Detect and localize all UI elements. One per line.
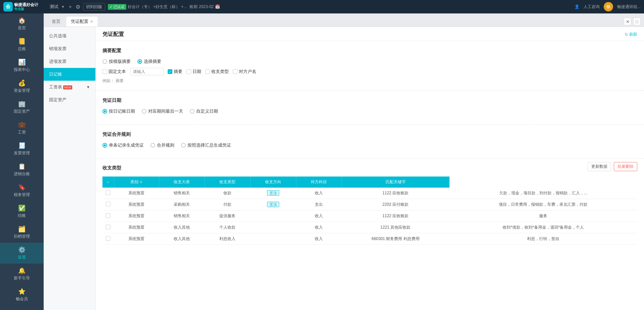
tab-bar: 首页 凭证配置 ✕ ✕ □ [44, 13, 644, 27]
left-nav-sales-invoice[interactable]: 销项发票 [44, 42, 95, 55]
sidebar-item-settings[interactable]: ⚙️ 设置 [0, 243, 44, 264]
sidebar-label-salary: 工资 [18, 129, 26, 135]
row4-cb [106, 225, 111, 229]
page-title: 凭证配置 [102, 31, 124, 38]
sidebar-item-member[interactable]: ⭐ 畅会员 [0, 284, 44, 305]
row2-dir-label: 支出 [296, 199, 342, 210]
refresh-button[interactable]: ↻ 刷新 [625, 32, 637, 37]
left-nav-salary-sheet[interactable]: 工资表NEW ▼ [44, 81, 95, 93]
row3-type: 提供服务 [205, 210, 250, 222]
date-section: 凭证日期 按日记账日期 对应期间最后一天 自定义日期 [96, 91, 644, 125]
row5-cb [106, 236, 111, 241]
table-row: 系统预置 收入其他 个人收款 收入 1221 其他应收款 收到*借款，收到*备用… [102, 222, 637, 233]
row4-direction [250, 222, 296, 233]
radio-by-select[interactable]: 按照选择汇总生成凭证 [181, 142, 231, 148]
row1-checkbox[interactable] [102, 188, 114, 199]
salary-icon: 💼 [18, 121, 26, 128]
row5-major: 收入其他 [159, 233, 205, 245]
radio-select-label: 选择摘要 [144, 59, 161, 65]
th-select-all-checkbox[interactable]: ✓ [106, 180, 111, 185]
radio-single[interactable]: 单条记录生成凭证 [102, 142, 144, 148]
checkbox-summary[interactable]: ✓ 摘要 [168, 69, 182, 75]
sidebar-item-home[interactable]: 🏠 首页 [0, 13, 44, 34]
tab-voucher-config[interactable]: 凭证配置 ✕ [66, 16, 98, 27]
sidebar-item-purchase[interactable]: 📋 进销台账 [0, 159, 44, 180]
table-row: 系统预置 销售相关 提供服务 收入 1122 应收账款 服务 [102, 210, 637, 222]
th-direction: 收支方向 [250, 177, 296, 188]
row5-keywords: 利息，行转，垫自 [449, 233, 637, 245]
date-radio-group: 按日记账日期 对应期间最后一天 自定义日期 [102, 108, 637, 114]
sidebar-item-asset[interactable]: 🏢 固定资产 [0, 97, 44, 118]
radio-merge[interactable]: 合并规则 [151, 142, 174, 148]
calendar-icon[interactable]: 📅 [215, 4, 220, 9]
merge-radio-group: 单条记录生成凭证 合并规则 按照选择汇总生成凭证 [102, 142, 637, 148]
guide-icon: 🔔 [18, 267, 26, 274]
row5-subject: 660301 财务费用 利息费用 [342, 233, 449, 245]
switch-version-button[interactable]: 切到旧版 [83, 3, 105, 11]
fixed-text-input[interactable] [130, 68, 164, 75]
sidebar-item-settle[interactable]: ✅ 结账 [0, 201, 44, 222]
sidebar-item-archive[interactable]: 🗂️ 归档管理 [0, 222, 44, 243]
row2-tag[interactable]: 置顶 [267, 202, 279, 207]
example-prefix: 例如： [102, 78, 115, 83]
sidebar-label-member: 畅会员 [16, 296, 28, 302]
radio-select[interactable]: 选择摘要 [137, 59, 161, 65]
radio-journal-date[interactable]: 按日记账日期 [102, 108, 135, 114]
sidebar-item-guide[interactable]: 🔔 新手引导 [0, 264, 44, 284]
update-data-button[interactable]: 更新数据 [588, 162, 611, 171]
verified-tag: ✓ 已认证 [108, 4, 126, 10]
row3-cb [106, 213, 111, 218]
left-nav-public[interactable]: 公共选项 [44, 30, 95, 42]
tab-home[interactable]: 首页 [47, 16, 65, 27]
sidebar-item-tax[interactable]: 🔖 税务管理 [0, 180, 44, 201]
checkbox-date[interactable]: 日期 [186, 69, 201, 75]
topbar-tags: ✓ 已认证 好会计（专） +好生意（标） +... [108, 4, 187, 10]
sidebar-item-salary[interactable]: 💼 工资 [0, 118, 44, 139]
tab-close-icon[interactable]: ✕ [90, 20, 93, 24]
checkbox-type-box [205, 69, 210, 74]
table-actions: 更新数据 批量删除 [588, 162, 637, 171]
salary-sheet-arrow-icon: ▼ [86, 85, 90, 89]
row3-checkbox[interactable] [102, 210, 114, 222]
main-content: 凭证配置 ↻ 刷新 摘要配置 按模版摘要 [96, 27, 644, 310]
sidebar-item-invoice[interactable]: 🧾 发票管理 [0, 139, 44, 159]
radio-template[interactable]: 按模版摘要 [102, 59, 131, 65]
avatar: 畅 [604, 2, 613, 11]
checkbox-type[interactable]: 收支类型 [205, 69, 229, 75]
radio-period-last[interactable]: 对应期间最后一天 [142, 108, 183, 114]
row2-checkbox[interactable] [102, 199, 114, 210]
username[interactable]: 畅捷通班组... [617, 4, 641, 10]
summary-checkbox-row: 固定文本 ✓ 摘要 日期 收支类型 [102, 68, 637, 75]
sidebar-label-ledger: 总账 [18, 46, 26, 52]
row1-cb [106, 190, 111, 195]
add-icon[interactable]: ＋ [68, 3, 73, 10]
row4-checkbox[interactable] [102, 222, 114, 233]
left-nav-fixed-assets[interactable]: 固定资产 [44, 93, 95, 106]
left-nav-purchase-invoice[interactable]: 进项发票 [44, 55, 95, 68]
row5-checkbox[interactable] [102, 233, 114, 245]
radio-by-select-label: 按照选择汇总生成凭证 [187, 142, 231, 148]
sidebar-label-guide: 新手引导 [14, 275, 30, 281]
checkbox-fixed-text[interactable]: 固定文本 [102, 69, 126, 75]
radio-period-last-label: 对应期间最后一天 [148, 108, 183, 114]
consult-label[interactable]: 人工咨询 [584, 4, 600, 10]
radio-journal-date-circle [102, 109, 107, 114]
radio-period-last-circle [142, 109, 146, 114]
archive-icon: 🗂️ [18, 225, 26, 233]
row1-tag[interactable]: 置顶 [267, 190, 279, 196]
sidebar-item-report[interactable]: 📊 报表中心 [0, 55, 44, 76]
window-close-button[interactable]: ✕ [624, 18, 631, 25]
window-maximize-button[interactable]: □ [633, 18, 641, 25]
left-nav-journal[interactable]: 日记账 [44, 68, 95, 81]
sidebar-item-fund[interactable]: 💰 资金管理 [0, 76, 44, 97]
checkbox-counterparty[interactable]: 对方户名 [233, 69, 256, 75]
sidebar-label-invoice: 发票管理 [14, 150, 30, 156]
topbar: 会 畅捷通好会计 专业版 测试 ▼ ＋ ⚙ 切到旧版 ✓ 已认证 好会计（专） … [0, 0, 644, 13]
dropdown-arrow-icon[interactable]: ▼ [61, 5, 65, 9]
settings-icon[interactable]: ⚙ [76, 4, 80, 10]
sidebar-item-ledger[interactable]: 📒 总账 [0, 34, 44, 55]
batch-delete-button[interactable]: 批量删除 [614, 162, 637, 171]
sidebar-label-settle: 结账 [18, 213, 26, 219]
radio-custom-date[interactable]: 自定义日期 [190, 108, 218, 114]
period-display[interactable]: 账期 2023-02 📅 [189, 4, 220, 10]
